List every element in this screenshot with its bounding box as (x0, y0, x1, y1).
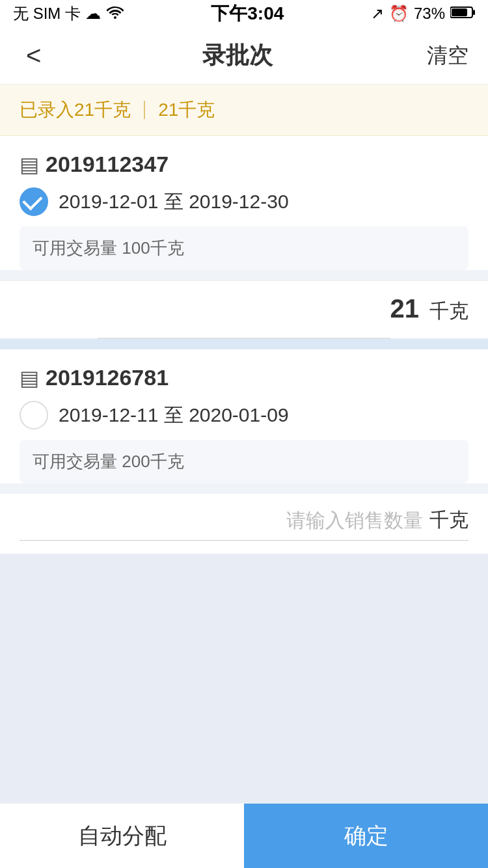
batch-2-icon: ▤ (20, 366, 39, 390)
batch-2-radio[interactable] (20, 401, 48, 429)
batch-2-number: 2019126781 (46, 365, 169, 390)
svg-rect-1 (473, 10, 475, 15)
section-separator (0, 339, 488, 349)
batch-1-amount-row: 21 千克 (0, 280, 488, 338)
clear-button[interactable]: 清空 (427, 42, 468, 70)
batch-2-card[interactable]: ▤ 2019126781 2019-12-11 至 2020-01-09 可用交… (0, 349, 488, 483)
location-icon: ↗ (371, 5, 384, 23)
alarm-icon: ⏰ (389, 5, 409, 23)
empty-area (0, 554, 488, 814)
batch-1-card[interactable]: ▤ 2019112347 2019-12-01 至 2019-12-30 可用交… (0, 136, 488, 270)
wifi-icon (106, 5, 124, 23)
batch-1-icon: ▤ (20, 152, 39, 177)
back-button[interactable]: < (20, 34, 47, 77)
svg-rect-2 (452, 8, 467, 16)
battery-label: 73% (414, 5, 445, 23)
status-right: ↗ ⏰ 73% (371, 5, 475, 23)
nav-bar: < 录批次 清空 (0, 27, 488, 85)
batch-1-availability: 可用交易量 100千克 (20, 226, 468, 270)
batch-2-availability: 可用交易量 200千克 (20, 440, 468, 483)
batch-1-amount-value: 21 (390, 294, 420, 323)
batch-2-input-wrapper: 千克 (0, 494, 488, 554)
bottom-bar: 自动分配 确定 (0, 803, 488, 868)
recorded-label: 已录入21千克 (20, 98, 131, 122)
batch-1-header: ▤ 2019112347 (20, 152, 468, 177)
batch-2-input-inner: 千克 (20, 507, 468, 541)
total-label: 21千克 (158, 98, 215, 122)
batch-1-number: 2019112347 (46, 152, 169, 177)
status-time: 下午3:04 (211, 1, 284, 26)
status-bar: 无 SIM 卡 ☁ 下午3:04 ↗ ⏰ 73% (0, 0, 488, 27)
info-banner: 已录入21千克 21千克 (0, 85, 488, 136)
info-divider (144, 101, 145, 119)
batch-2-date-row: 2019-12-11 至 2020-01-09 (20, 401, 468, 429)
batch-1-date-row: 2019-12-01 至 2019-12-30 (20, 187, 468, 216)
batch-1-amount-unit: 千克 (429, 298, 468, 325)
batch-2-input-unit: 千克 (429, 507, 468, 534)
batch-2-header: ▤ 2019126781 (20, 365, 468, 390)
battery-icon (450, 5, 475, 23)
status-left: 无 SIM 卡 ☁ (13, 3, 124, 24)
page-title: 录批次 (202, 40, 273, 72)
batch-2-date: 2019-12-11 至 2020-01-09 (59, 402, 289, 429)
batch-1-date: 2019-12-01 至 2019-12-30 (59, 189, 289, 215)
auto-distribute-button[interactable]: 自动分配 (0, 804, 244, 868)
sim-label: 无 SIM 卡 ☁ (13, 3, 101, 24)
batch-2-quantity-input[interactable] (20, 509, 423, 532)
confirm-button[interactable]: 确定 (244, 804, 488, 868)
batch-1-radio[interactable] (20, 187, 48, 216)
